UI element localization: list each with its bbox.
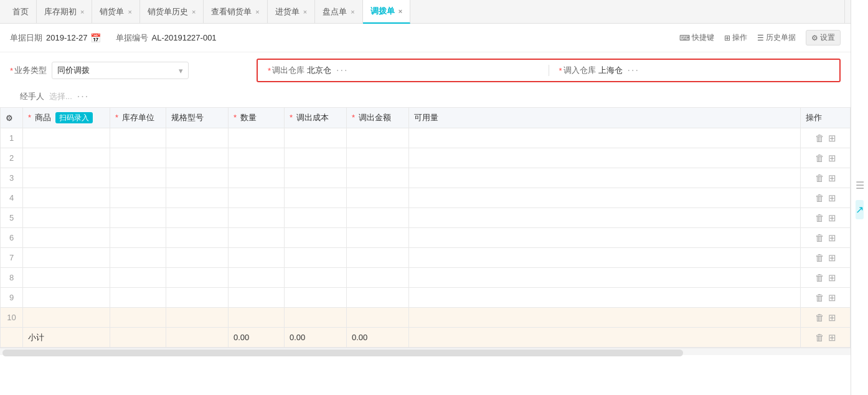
shortcuts-button[interactable]: ⌨ 快捷键: [679, 32, 714, 43]
row-unit-6[interactable]: [110, 228, 166, 248]
row-available-7[interactable]: [409, 248, 801, 268]
row-available-9[interactable]: [409, 288, 801, 308]
tab-kucun[interactable]: 库存期初 ×: [37, 0, 92, 24]
row-spec-7[interactable]: [166, 248, 229, 268]
row-copy-icon-7[interactable]: ⊞: [828, 252, 836, 264]
ops-button[interactable]: ⊞ 操作: [724, 32, 747, 43]
row-spec-4[interactable]: [166, 188, 229, 208]
row-amount-2[interactable]: [347, 148, 409, 168]
tab-pandian-close[interactable]: ×: [351, 8, 354, 16]
row-amount-10[interactable]: [347, 308, 409, 328]
sidebar-export-icon[interactable]: ↗: [856, 200, 864, 219]
row-copy-icon-2[interactable]: ⊞: [828, 153, 836, 164]
person-select[interactable]: 选择...: [49, 91, 72, 102]
tab-jinhuo-close[interactable]: ×: [303, 8, 307, 16]
scan-button[interactable]: 扫码录入: [55, 112, 93, 123]
row-available-4[interactable]: [409, 188, 801, 208]
row-cost-1[interactable]: [285, 128, 347, 148]
row-copy-icon-1[interactable]: ⊞: [828, 133, 836, 144]
row-qty-3[interactable]: [229, 168, 285, 188]
row-available-2[interactable]: [409, 148, 801, 168]
row-amount-7[interactable]: [347, 248, 409, 268]
row-cost-3[interactable]: [285, 168, 347, 188]
person-more-icon[interactable]: ···: [77, 91, 89, 102]
tab-tiaocuo-close[interactable]: ×: [399, 7, 402, 15]
row-unit-1[interactable]: [110, 128, 166, 148]
tab-chaxiao-close[interactable]: ×: [255, 8, 259, 16]
row-delete-icon-2[interactable]: 🗑: [815, 153, 824, 163]
row-cost-4[interactable]: [285, 188, 347, 208]
row-cost-10[interactable]: [285, 308, 347, 328]
row-product-2[interactable]: [23, 148, 110, 168]
row-delete-icon-6[interactable]: 🗑: [815, 232, 824, 243]
sidebar-list-icon[interactable]: ☰: [856, 176, 864, 195]
row-copy-icon-5[interactable]: ⊞: [828, 212, 836, 224]
row-product-9[interactable]: [23, 288, 110, 308]
tab-home[interactable]: 首页: [5, 0, 37, 24]
row-amount-8[interactable]: [347, 268, 409, 288]
tab-xiaohuo[interactable]: 销货单 ×: [92, 0, 139, 24]
in-warehouse-more-icon[interactable]: ···: [628, 65, 639, 76]
row-available-1[interactable]: [409, 128, 801, 148]
row-product-5[interactable]: [23, 208, 110, 228]
scrollbar-thumb[interactable]: [2, 350, 683, 356]
row-spec-9[interactable]: [166, 288, 229, 308]
row-copy-icon-4[interactable]: ⊞: [828, 193, 836, 204]
row-copy-icon-3[interactable]: ⊞: [828, 173, 836, 184]
row-amount-4[interactable]: [347, 188, 409, 208]
row-available-6[interactable]: [409, 228, 801, 248]
row-unit-5[interactable]: [110, 208, 166, 228]
row-spec-3[interactable]: [166, 168, 229, 188]
row-cost-6[interactable]: [285, 228, 347, 248]
row-qty-8[interactable]: [229, 268, 285, 288]
row-product-1[interactable]: [23, 128, 110, 148]
row-delete-icon-7[interactable]: 🗑: [815, 252, 824, 263]
row-cost-8[interactable]: [285, 268, 347, 288]
row-cost-7[interactable]: [285, 248, 347, 268]
row-qty-2[interactable]: [229, 148, 285, 168]
row-product-7[interactable]: [23, 248, 110, 268]
row-spec-5[interactable]: [166, 208, 229, 228]
tab-pandian[interactable]: 盘点单 ×: [315, 0, 362, 24]
row-unit-9[interactable]: [110, 288, 166, 308]
row-available-8[interactable]: [409, 268, 801, 288]
row-copy-icon-8[interactable]: ⊞: [828, 272, 836, 283]
th-gear[interactable]: ⚙: [1, 108, 23, 128]
row-qty-4[interactable]: [229, 188, 285, 208]
row-cost-2[interactable]: [285, 148, 347, 168]
out-warehouse-value[interactable]: 北京仓: [307, 65, 331, 76]
row-delete-icon-3[interactable]: 🗑: [815, 173, 824, 183]
row-spec-6[interactable]: [166, 228, 229, 248]
row-available-10[interactable]: [409, 308, 801, 328]
row-copy-icon-10[interactable]: ⊞: [828, 312, 836, 323]
row-delete-icon-5[interactable]: 🗑: [815, 212, 824, 223]
horizontal-scrollbar[interactable]: [0, 348, 851, 355]
row-product-4[interactable]: [23, 188, 110, 208]
row-spec-1[interactable]: [166, 128, 229, 148]
row-product-10[interactable]: [23, 308, 110, 328]
row-copy-icon-6[interactable]: ⊞: [828, 232, 836, 244]
row-unit-8[interactable]: [110, 268, 166, 288]
date-value[interactable]: 2019-12-27: [46, 33, 88, 42]
row-spec-8[interactable]: [166, 268, 229, 288]
tab-xiaohuolishi[interactable]: 销货单历史 ×: [140, 0, 204, 24]
in-warehouse-value[interactable]: 上海仓: [598, 65, 623, 76]
row-available-3[interactable]: [409, 168, 801, 188]
row-amount-1[interactable]: [347, 128, 409, 148]
row-delete-icon-1[interactable]: 🗑: [815, 133, 824, 143]
row-qty-7[interactable]: [229, 248, 285, 268]
row-unit-4[interactable]: [110, 188, 166, 208]
row-delete-icon-8[interactable]: 🗑: [815, 272, 824, 283]
row-product-6[interactable]: [23, 228, 110, 248]
biz-type-select[interactable]: 同价调拨 ▾: [52, 62, 189, 79]
row-spec-2[interactable]: [166, 148, 229, 168]
row-unit-2[interactable]: [110, 148, 166, 168]
row-amount-6[interactable]: [347, 228, 409, 248]
history-button[interactable]: ☰ 历史单据: [757, 32, 796, 43]
calendar-icon[interactable]: 📅: [90, 33, 101, 43]
tab-xiaohuolishi-close[interactable]: ×: [192, 8, 196, 16]
row-unit-10[interactable]: [110, 308, 166, 328]
row-cost-9[interactable]: [285, 288, 347, 308]
settings-button[interactable]: ⚙ 设置: [806, 30, 841, 45]
row-qty-10[interactable]: [229, 308, 285, 328]
